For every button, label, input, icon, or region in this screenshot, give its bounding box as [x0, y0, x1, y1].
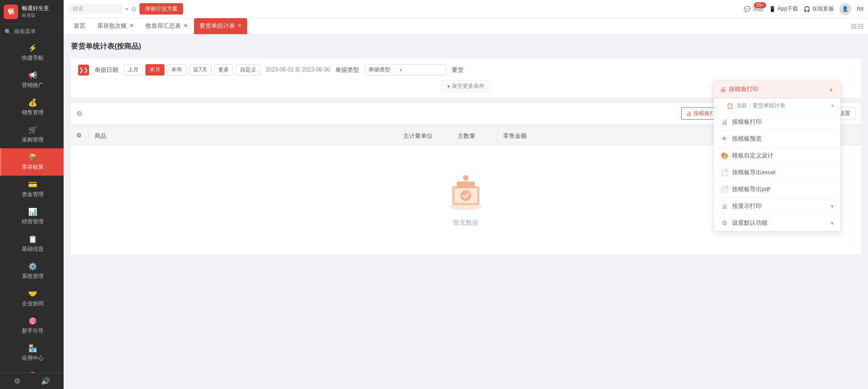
tab-inventory-batch[interactable]: 库存批次账 ✕ — [92, 18, 139, 34]
col-header-retail: 零售金额 — [498, 127, 552, 145]
sidebar-item-quick-nav[interactable]: ⚡ 快捷导航 — [0, 39, 64, 66]
search-icon: 🔍 — [5, 29, 11, 35]
sidebar-item-basic[interactable]: 📋 基础信息 — [0, 230, 64, 258]
sidebar-item-system[interactable]: ⚙️ 系统管理 — [0, 258, 64, 285]
date-btn-custom[interactable]: 自定义 — [236, 64, 260, 76]
dropdown-collapse-icon[interactable]: ▲ — [828, 86, 834, 92]
sidebar-item-purchase[interactable]: 🛒 采购管理 — [0, 121, 64, 148]
toolbar-gear-icon[interactable]: ⚙ — [76, 110, 82, 118]
sidebar-search[interactable]: 🔍 搜索菜单 — [0, 24, 64, 39]
service-icon: 🎧 — [803, 6, 810, 12]
sound-icon[interactable]: 🔊 — [41, 377, 50, 385]
date-btn-prev-month[interactable]: 上月 — [124, 64, 143, 76]
app-logo-icon: 畅 — [4, 5, 18, 19]
date-btn-last7[interactable]: 近7天 — [189, 64, 211, 76]
dropdown-item-export-pdf[interactable]: 📄 按模板导出pdf — [714, 181, 840, 198]
quick-nav-icon: ⚡ — [28, 44, 37, 52]
export-pdf-icon: 📄 — [720, 186, 728, 193]
svg-point-3 — [460, 190, 471, 201]
date-range-display: 2023-06-01 至 2023-06-30 — [266, 66, 330, 74]
online-service-button[interactable]: 🎧 在线客服 — [803, 5, 834, 13]
topbar-chevron-icon[interactable]: ▾ — [125, 6, 128, 12]
message-icon: 💬 — [744, 6, 751, 12]
sidebar-item-appstore[interactable]: 🏪 应用中心 — [0, 339, 64, 367]
sidebar-menu: ⚡ 快捷导航 📢 营销推广 💰 销售管理 🛒 采购管理 📦 库存核算 💳 资金管… — [0, 39, 64, 373]
dropdown-header-left: 🖨 按模板打印 — [720, 85, 758, 93]
app-download-button[interactable]: 📱 App下载 — [769, 5, 798, 13]
col-header-unit: 主计量单位 — [398, 127, 452, 145]
sales-icon: 💰 — [28, 98, 37, 107]
print-icon: 🖨 — [686, 111, 692, 117]
tab-home[interactable]: 首页 — [68, 18, 91, 34]
main-content: 搜索 ▾ ⚙ 体验行业方案 💬 消息 99+ 📱 App下载 🎧 在线客服 👤 … — [64, 0, 868, 389]
dropdown-header: 🖨 按模板打印 ▲ — [714, 81, 840, 98]
order-goods-label: 要货 — [452, 66, 464, 74]
tab-expand-icon[interactable]: ⊞ — [851, 22, 857, 30]
current-arrow-icon: ▾ — [831, 103, 834, 109]
date-btn-current-month[interactable]: 本月 — [145, 64, 165, 76]
appstore-icon: 🏪 — [28, 344, 37, 353]
username[interactable]: Rit — [857, 6, 863, 12]
tabs-bar: 首页 库存批次账 ✕ 收发存汇总表 ✕ 要货单统计表 ✕ ⊞ ⊟ — [64, 18, 868, 35]
sidebar-item-wechat[interactable]: 💬 企业微信 — [0, 367, 64, 373]
avatar[interactable]: 👤 — [839, 3, 851, 15]
sidebar-item-sales[interactable]: 💰 销售管理 — [0, 94, 64, 121]
svg-rect-4 — [457, 182, 475, 188]
topbar: 搜索 ▾ ⚙ 体验行业方案 💬 消息 99+ 📱 App下载 🎧 在线客服 👤 … — [64, 0, 868, 18]
tab-receipts-summary[interactable]: 收发存汇总表 ✕ — [140, 18, 193, 34]
date-btn-more[interactable]: 更多 — [214, 64, 233, 76]
sidebar-item-cooperation[interactable]: 🤝 企业协同 — [0, 285, 64, 312]
dropdown-item-export-excel[interactable]: 📄 按模板导出excel — [714, 164, 840, 181]
export-excel-icon: 📄 — [720, 169, 728, 176]
template-print-icon: 🖨 — [720, 118, 728, 126]
messages-button[interactable]: 💬 消息 99+ — [744, 5, 763, 13]
basic-icon: 📋 — [28, 235, 37, 243]
sidebar-item-marketing[interactable]: 📢 营销推广 — [0, 66, 64, 94]
app-icon: 📱 — [769, 6, 776, 12]
sidebar-item-finance[interactable]: 💳 资金管理 — [0, 176, 64, 203]
date-options: 上月 本月 本年 近7天 更多 自定义 — [124, 64, 260, 76]
guide-icon: 🎯 — [28, 317, 37, 325]
tab-close-order-stats[interactable]: ✕ — [238, 23, 242, 29]
empty-text: 暂无数据 — [453, 219, 479, 227]
dropdown-header-right: ▲ — [828, 86, 834, 92]
tab-close-inventory-batch[interactable]: ✕ — [130, 23, 134, 29]
filter-collapse-icon[interactable]: ❯❯ — [78, 65, 89, 76]
app-version: 标准版 — [22, 12, 49, 19]
dropdown-item-display-print[interactable]: 🖨 按显示打印 ▾ — [714, 198, 840, 215]
inventory-icon: 📦 — [28, 153, 37, 162]
settings-icon[interactable]: ⚙ — [14, 377, 20, 385]
dropdown-item-template-design[interactable]: 🎨 模板自定义设计 — [714, 147, 840, 164]
collapse-arrow-icon: ❯❯ — [79, 67, 88, 73]
app-name: 畅通好生意 — [22, 5, 49, 12]
topbar-gear-icon[interactable]: ⚙ — [131, 5, 137, 13]
display-print-arrow-icon: ▾ — [831, 203, 834, 210]
print-dropdown: 🖨 按模板打印 ▲ 📋 当前：要货单统计表 ▾ 🖨 按模板打印 👁 按模板预览 — [713, 80, 841, 232]
date-btn-current-year[interactable]: 本年 — [167, 64, 186, 76]
sidebar-item-guide[interactable]: 🎯 新手引导 — [0, 312, 64, 339]
set-default-arrow-icon: ▾ — [831, 220, 834, 227]
tab-minimize-icon[interactable]: ⊟ — [858, 22, 863, 30]
doc-type-select[interactable]: 单据类型 ▾ — [364, 64, 446, 76]
expand-icon: ▾ — [447, 83, 450, 90]
dropdown-item-set-default[interactable]: ⚙ 设置默认功能 ▾ — [714, 215, 840, 231]
sidebar-logo: 畅 畅通好生意 标准版 — [0, 0, 64, 24]
print-dropdown-icon: 🖨 — [720, 86, 726, 93]
page-container: 要货单统计表(按商品) ❯❯ 单据日期 上月 本月 本年 近7天 更多 自定义 … — [64, 35, 868, 389]
template-preview-icon: 👁 — [720, 135, 728, 142]
col-header-checkbox: ⚙ — [71, 127, 89, 145]
trial-button[interactable]: 体验行业方案 — [140, 3, 183, 15]
purchase-icon: 🛒 — [28, 126, 37, 134]
dropdown-item-template-print[interactable]: 🖨 按模板打印 — [714, 114, 840, 131]
cooperation-icon: 🤝 — [28, 289, 37, 298]
tab-order-stats[interactable]: 要货单统计表 ✕ — [194, 18, 247, 34]
dropdown-item-template-preview[interactable]: 👁 按模板预览 — [714, 131, 840, 147]
tab-close-receipts-summary[interactable]: ✕ — [184, 23, 188, 29]
messages-badge: 99+ — [754, 2, 766, 8]
select-caret-icon: ▾ — [399, 67, 402, 73]
topbar-breadcrumb: 搜索 ▾ ⚙ 体验行业方案 — [68, 3, 741, 15]
col-header-goods: 商品 — [89, 127, 398, 145]
sidebar-item-inventory[interactable]: 📦 库存核算 — [0, 148, 64, 176]
sidebar-item-operation[interactable]: 📊 经营管理 — [0, 203, 64, 230]
expand-more-button[interactable]: ▾ 展开更多条件 — [441, 80, 490, 92]
